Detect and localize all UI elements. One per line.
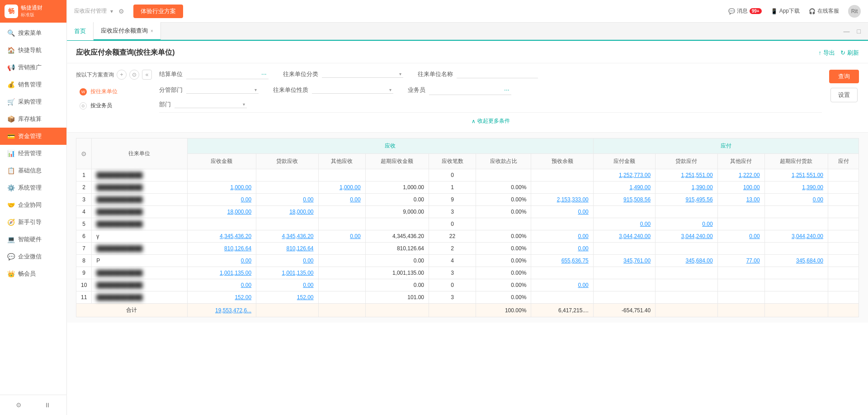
- table-cell[interactable]: 915,495.56: [656, 194, 717, 206]
- scheme-settings-button[interactable]: ⊙: [129, 70, 139, 80]
- settings-bottom-icon[interactable]: ⚙: [14, 400, 24, 410]
- export-button[interactable]: ↑ 导出: [819, 49, 835, 57]
- table-cell[interactable]: 4,345,436.20: [256, 230, 318, 243]
- sidebar-item-vip[interactable]: 👑 畅会员: [0, 265, 66, 282]
- user-avatar[interactable]: Rit: [848, 5, 861, 18]
- table-cell[interactable]: 345,684.00: [656, 255, 717, 267]
- sidebar-item-operation[interactable]: 📊 经营管理: [0, 145, 66, 162]
- table-cell[interactable]: 3,044,240.00: [764, 230, 828, 243]
- collapse-icon[interactable]: ⏸: [42, 400, 52, 410]
- operation-icon: 📊: [7, 150, 14, 157]
- tab-ar-query[interactable]: 应收应付余额查询 ×: [94, 22, 161, 40]
- table-cell[interactable]: 0.00: [531, 243, 593, 255]
- sidebar-item-wechat[interactable]: 💬 企业微信: [0, 248, 66, 265]
- table-cell[interactable]: 4,345,436.20: [187, 230, 256, 243]
- dept-select[interactable]: ▾: [175, 101, 247, 108]
- sidebar-item-inventory[interactable]: 📦 库存核算: [0, 110, 66, 128]
- department-select[interactable]: ▾: [186, 86, 259, 94]
- settlement-dots-icon[interactable]: ···: [261, 70, 267, 77]
- sidebar-item-collab[interactable]: 🤝 企业协同: [0, 196, 66, 214]
- table-cell[interactable]: 1,000.00: [318, 181, 365, 194]
- table-cell[interactable]: 100.00: [717, 181, 764, 194]
- topbar-gear-icon[interactable]: ⚙: [118, 8, 124, 15]
- table-cell[interactable]: 345,684.00: [764, 255, 828, 267]
- table-cell[interactable]: 1,390.00: [656, 181, 717, 194]
- table-cell[interactable]: 77.00: [717, 255, 764, 267]
- scheme-collapse-button[interactable]: «: [142, 70, 152, 80]
- table-cell[interactable]: 0.00: [656, 218, 717, 230]
- customer-category-select[interactable]: ▾: [322, 71, 403, 78]
- sidebar-item-system[interactable]: ⚙️ 系统管理: [0, 179, 66, 196]
- app-download-button[interactable]: 📱 App下载: [771, 7, 800, 15]
- table-cell[interactable]: 1,222.00: [717, 169, 764, 181]
- table-cell[interactable]: 0.00: [593, 218, 655, 230]
- table-cell[interactable]: 0.00: [764, 194, 828, 206]
- table-cell[interactable]: 915,508.56: [593, 194, 655, 206]
- table-cell[interactable]: 3,044,240.00: [593, 230, 655, 243]
- sidebar-item-search[interactable]: 🔍 搜索菜单: [0, 24, 66, 42]
- table-cell[interactable]: 810,126.64: [256, 243, 318, 255]
- table-cell[interactable]: 152.00: [187, 291, 256, 304]
- sidebar-item-capital[interactable]: 💳 资金管理: [0, 128, 66, 145]
- scheme-add-button[interactable]: +: [117, 70, 127, 80]
- table-cell[interactable]: 152.00: [256, 291, 318, 304]
- table-cell[interactable]: 0.00: [531, 279, 593, 291]
- table-cell[interactable]: 655,636.75: [531, 255, 593, 267]
- message-button[interactable]: 💬 消息 99+: [728, 7, 762, 15]
- table-cell[interactable]: 2,153,333.00: [531, 194, 593, 206]
- refresh-button[interactable]: ↻ 刷新: [840, 49, 859, 57]
- table-cell[interactable]: 0.00: [318, 230, 365, 243]
- sidebar-item-guide[interactable]: 🧭 新手引导: [0, 214, 66, 231]
- table-cell[interactable]: 1,001,135.00: [187, 267, 256, 279]
- table-cell[interactable]: 1,251,551.00: [764, 169, 828, 181]
- scheme-by-customer[interactable]: W 按往来单位: [76, 86, 152, 97]
- sidebar-item-marketing[interactable]: 📢 营销推广: [0, 59, 66, 76]
- table-cell[interactable]: 18,000.00: [187, 206, 256, 218]
- online-service-button[interactable]: 🎧 在线客服: [809, 7, 839, 15]
- table-cell[interactable]: 1,251,551.00: [656, 169, 717, 181]
- table-cell[interactable]: 3,044,240.00: [656, 230, 717, 243]
- table-cell[interactable]: 1,001,135.00: [256, 267, 318, 279]
- sidebar-item-purchase[interactable]: 🛒 采购管理: [0, 93, 66, 110]
- tab-home[interactable]: 首页: [67, 22, 94, 40]
- salesperson-input[interactable]: [431, 86, 502, 94]
- sidebar-item-sales[interactable]: 💰 销售管理: [0, 76, 66, 93]
- table-cell[interactable]: 0.00: [256, 279, 318, 291]
- setting-button[interactable]: 设置: [830, 88, 858, 102]
- table-cell[interactable]: 13.00: [717, 194, 764, 206]
- table-cell[interactable]: 0.00: [256, 255, 318, 267]
- tab-minimize-icon[interactable]: —: [842, 26, 852, 37]
- table-cell[interactable]: 0.00: [187, 194, 256, 206]
- table-cell[interactable]: 1,390.00: [764, 181, 828, 194]
- table-cell[interactable]: 0.00: [187, 255, 256, 267]
- collapse-more-button[interactable]: ∧ 收起更多条件: [159, 115, 822, 127]
- tab-close-icon[interactable]: ×: [151, 29, 153, 33]
- table-cell[interactable]: 345,761.00: [593, 255, 655, 267]
- tab-maximize-icon[interactable]: □: [855, 26, 863, 37]
- table-cell[interactable]: 1,490.00: [593, 181, 655, 194]
- table-cell[interactable]: 0.00: [256, 194, 318, 206]
- table-cell[interactable]: 810,126.64: [187, 243, 256, 255]
- breadcrumb-arrow[interactable]: ▾: [110, 8, 113, 14]
- table-settings-icon[interactable]: ⚙: [81, 150, 87, 157]
- table-cell: [531, 267, 593, 279]
- table-cell[interactable]: 18,000.00: [256, 206, 318, 218]
- table-cell[interactable]: 0.00: [187, 279, 256, 291]
- sidebar-item-basic[interactable]: 📋 基础信息: [0, 162, 66, 179]
- table-cell[interactable]: 1,000.00: [187, 181, 256, 194]
- customer-nature-select[interactable]: ▾: [312, 86, 393, 94]
- table-cell[interactable]: 0.00: [717, 230, 764, 243]
- query-button[interactable]: 查询: [829, 70, 859, 83]
- cta-button[interactable]: 体验行业方案: [133, 5, 183, 18]
- table-cell[interactable]: 0.00: [531, 230, 593, 243]
- sidebar-item-hardware[interactable]: 💻 智能硬件: [0, 231, 66, 248]
- table-cell[interactable]: 0.00: [318, 194, 365, 206]
- settlement-input[interactable]: [188, 70, 259, 78]
- table-cell[interactable]: 1,252,773.00: [593, 169, 655, 181]
- scheme-by-staff[interactable]: ⊙ 按业务员: [76, 100, 152, 111]
- customer-nature-label: 往来单位性质: [273, 86, 308, 94]
- table-cell[interactable]: 0.00: [531, 206, 593, 218]
- customer-name-input[interactable]: [457, 70, 538, 78]
- sidebar-item-quick-nav[interactable]: 🏠 快捷导航: [0, 42, 66, 59]
- salesperson-dots-icon[interactable]: ···: [504, 86, 509, 93]
